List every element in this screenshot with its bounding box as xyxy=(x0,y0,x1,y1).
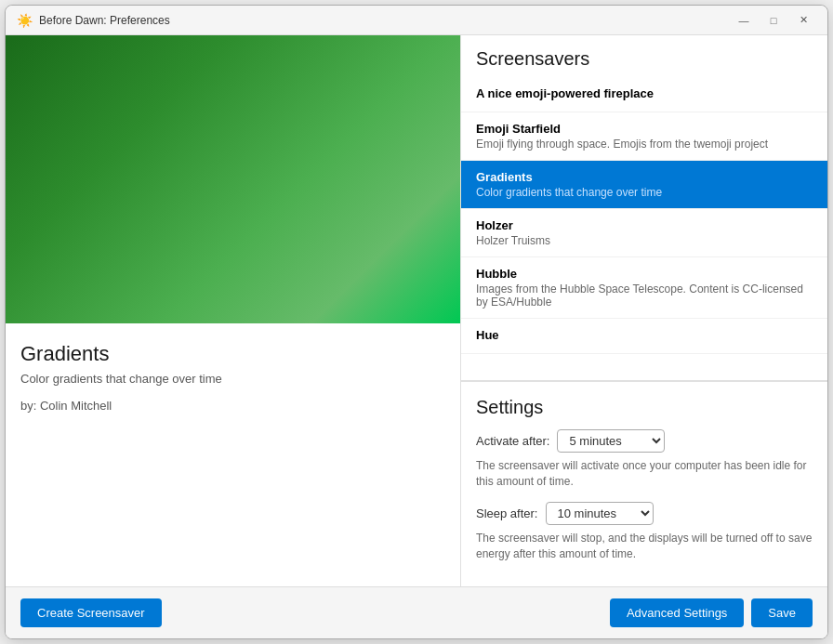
item-name: Gradients xyxy=(476,170,813,184)
list-item[interactable]: Hue xyxy=(461,319,827,354)
app-icon: ☀️ xyxy=(17,13,32,28)
create-screensaver-button[interactable]: Create Screensaver xyxy=(20,598,162,627)
item-description: Images from the Hubble Space Telescope. … xyxy=(476,283,813,309)
screensaver-list[interactable]: A nice emoji-powered fireplace Emoji Sta… xyxy=(461,77,827,380)
activate-hint: The screensaver will activate once your … xyxy=(476,458,813,490)
item-name: Hubble xyxy=(476,267,813,281)
footer-right: Advanced Settings Save xyxy=(610,598,813,627)
activate-after-select[interactable]: 1 minute 2 minutes 5 minutes 10 minutes … xyxy=(557,429,665,453)
sleep-after-select[interactable]: 5 minutes 10 minutes 15 minutes 20 minut… xyxy=(546,502,654,525)
item-name: Holzer xyxy=(476,218,813,232)
screensaver-description: Color gradients that change over time xyxy=(20,372,445,386)
sleep-label: Sleep after: xyxy=(476,506,538,520)
activate-label: Activate after: xyxy=(476,434,549,448)
main-content: Gradients Color gradients that change ov… xyxy=(6,35,827,586)
screensavers-section: Screensavers A nice emoji-powered firepl… xyxy=(461,35,827,381)
list-item-selected[interactable]: Gradients Color gradients that change ov… xyxy=(461,161,827,209)
titlebar-controls: — □ ✕ xyxy=(731,7,816,33)
sleep-hint: The screensaver will stop, and the displ… xyxy=(476,531,813,562)
screensaver-name: Gradients xyxy=(20,342,445,366)
sleep-after-row: Sleep after: 5 minutes 10 minutes 15 min… xyxy=(476,502,813,525)
settings-section: Settings Activate after: 1 minute 2 minu… xyxy=(461,381,827,586)
close-button[interactable]: ✕ xyxy=(790,7,816,33)
minimize-button[interactable]: — xyxy=(731,7,757,33)
list-item[interactable]: A nice emoji-powered fireplace xyxy=(461,77,827,112)
screensaver-info: Gradients Color gradients that change ov… xyxy=(6,323,460,586)
item-description: Holzer Truisms xyxy=(476,234,813,247)
titlebar-left: ☀️ Before Dawn: Preferences xyxy=(17,13,170,28)
titlebar: ☀️ Before Dawn: Preferences — □ ✕ xyxy=(6,6,827,35)
app-window: ☀️ Before Dawn: Preferences — □ ✕ Gradie… xyxy=(5,5,828,639)
list-item[interactable]: Hubble Images from the Hubble Space Tele… xyxy=(461,257,827,319)
activate-after-row: Activate after: 1 minute 2 minutes 5 min… xyxy=(476,429,813,453)
screensaver-preview xyxy=(6,35,460,323)
item-description: Color gradients that change over time xyxy=(476,186,813,199)
screensaver-author: by: Colin Mitchell xyxy=(20,399,445,413)
footer: Create Screensaver Advanced Settings Sav… xyxy=(6,586,827,638)
screensavers-title: Screensavers xyxy=(461,35,827,77)
item-name: A nice emoji-powered fireplace xyxy=(476,86,813,100)
window-title: Before Dawn: Preferences xyxy=(39,14,170,27)
settings-title: Settings xyxy=(476,397,813,418)
item-name: Hue xyxy=(476,328,813,342)
list-item[interactable]: Emoji Starfield Emoji flying through spa… xyxy=(461,112,827,161)
advanced-settings-button[interactable]: Advanced Settings xyxy=(610,598,744,627)
maximize-button[interactable]: □ xyxy=(760,7,787,33)
save-button[interactable]: Save xyxy=(751,598,813,627)
item-name: Emoji Starfield xyxy=(476,122,813,136)
item-description: Emoji flying through space. Emojis from … xyxy=(476,138,813,151)
left-panel: Gradients Color gradients that change ov… xyxy=(6,35,461,586)
right-panel: Screensavers A nice emoji-powered firepl… xyxy=(461,35,827,586)
list-item[interactable]: Holzer Holzer Truisms xyxy=(461,209,827,257)
